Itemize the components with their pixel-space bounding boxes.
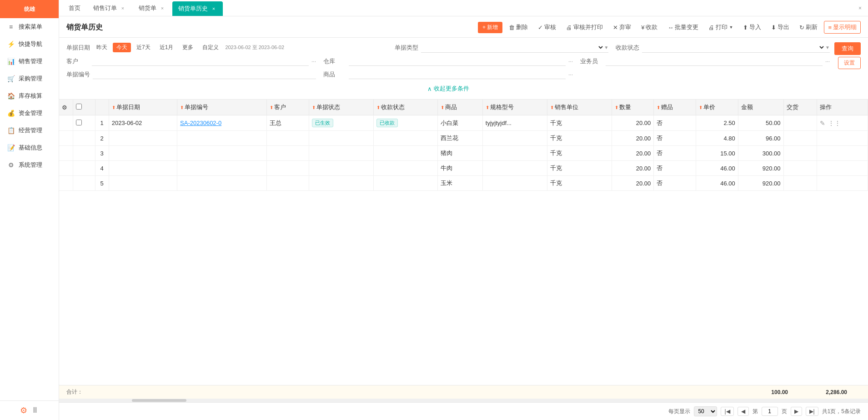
salesperson-input[interactable] bbox=[606, 56, 823, 66]
tab-sales-order-close[interactable]: × bbox=[120, 5, 126, 11]
tab-sales-delivery-close[interactable]: × bbox=[159, 5, 166, 11]
tab-sales-history-close[interactable]: × bbox=[211, 5, 217, 12]
export-button[interactable]: ⬇ 导出 bbox=[768, 21, 793, 33]
col-spec[interactable]: ⬆规格型号 bbox=[482, 100, 547, 115]
col-doc-no[interactable]: ⬆单据编号 bbox=[177, 100, 267, 115]
cell-doc-status bbox=[309, 131, 373, 146]
page-number-input[interactable] bbox=[762, 407, 778, 416]
sidebar-item-basic-info[interactable]: 📝 基础信息 bbox=[0, 139, 59, 156]
collect-button[interactable]: ¥ 收款 bbox=[637, 21, 661, 33]
col-price[interactable]: ⬆单价 bbox=[696, 100, 738, 115]
cell-amount: 300.00 bbox=[738, 146, 783, 161]
sidebar-item-label: 库存核算 bbox=[19, 92, 42, 100]
col-pay-status[interactable]: ⬆收款状态 bbox=[373, 100, 438, 115]
print-button[interactable]: 🖨 打印 ▼ bbox=[705, 21, 737, 33]
tab-sales-order[interactable]: 销售订单 × bbox=[87, 1, 132, 15]
goods-input[interactable] bbox=[349, 70, 566, 79]
page-prev-button[interactable]: ◀ bbox=[738, 407, 749, 416]
tab-sales-history-label: 销货单历史 bbox=[178, 5, 208, 13]
cell-doc-status: 已生效 bbox=[309, 115, 373, 131]
more-action-icon[interactable]: ⋮⋮ bbox=[828, 120, 841, 127]
warehouse-dots[interactable]: ··· bbox=[568, 58, 573, 65]
salesperson-dots[interactable]: ··· bbox=[825, 58, 830, 65]
review-print-button[interactable]: 🖨 审核并打印 bbox=[562, 21, 607, 33]
cell-gift: 否 bbox=[654, 131, 696, 146]
sort-doc-status-icon: ⬆ bbox=[312, 105, 316, 110]
doc-type-select[interactable] bbox=[421, 42, 604, 52]
cell-row-num: 2 bbox=[95, 131, 109, 146]
cell-gear bbox=[59, 161, 73, 176]
page-next-button[interactable]: ▶ bbox=[791, 407, 802, 416]
date-tab-1month[interactable]: 近1月 bbox=[156, 43, 177, 52]
col-doc-date[interactable]: ⬆单据日期 bbox=[109, 100, 177, 115]
col-doc-status[interactable]: ⬆单据状态 bbox=[309, 100, 373, 115]
tab-sales-delivery[interactable]: 销货单 × bbox=[133, 1, 171, 15]
cell-delivery bbox=[783, 146, 817, 161]
col-qty[interactable]: ⬆数量 bbox=[612, 100, 654, 115]
batch-change-button[interactable]: ↔ 批量变更 bbox=[664, 21, 702, 33]
sort-gift-icon: ⬆ bbox=[657, 105, 660, 110]
page-label-pre: 第 bbox=[753, 408, 758, 415]
row-checkbox[interactable] bbox=[76, 120, 82, 125]
scrollbar-thumb[interactable] bbox=[132, 399, 186, 402]
basic-info-icon: 📝 bbox=[7, 144, 15, 152]
sidebar-item-system[interactable]: ⚙ 系统管理 bbox=[0, 156, 59, 174]
sidebar-item-finance[interactable]: 💰 资金管理 bbox=[0, 105, 59, 122]
col-goods[interactable]: ⬆商品 bbox=[438, 100, 482, 115]
horizontal-scrollbar[interactable] bbox=[59, 399, 868, 402]
cell-row-num: 5 bbox=[95, 176, 109, 191]
filter-settings-button[interactable]: 设置 bbox=[838, 57, 861, 69]
sidebar-item-operations[interactable]: 📋 经营管理 bbox=[0, 122, 59, 139]
salesperson-label: 业务员 bbox=[580, 57, 603, 65]
tab-home[interactable]: 首页 bbox=[63, 1, 86, 15]
customer-input[interactable] bbox=[92, 56, 309, 66]
goods-dots[interactable]: ··· bbox=[568, 71, 573, 78]
cell-doc-date: 2023-06-02 bbox=[109, 115, 177, 131]
show-detail-button[interactable]: ≡ 显示明细 bbox=[824, 21, 861, 34]
col-gear[interactable]: ⚙ bbox=[59, 100, 73, 115]
delete-button[interactable]: 🗑 删除 bbox=[505, 21, 532, 33]
sidebar-settings-icon[interactable]: ⚙ bbox=[20, 405, 27, 415]
doc-no-link[interactable]: SA-20230602-0 bbox=[180, 120, 221, 126]
abandon-button[interactable]: ✕ 弃审 bbox=[609, 21, 635, 33]
import-button[interactable]: ⬆ 导入 bbox=[739, 21, 765, 33]
sidebar-collapse-icon[interactable]: ⏸ bbox=[31, 405, 39, 415]
sidebar-item-purchase-mgmt[interactable]: 🛒 采购管理 bbox=[0, 70, 59, 87]
page-last-button[interactable]: ▶| bbox=[806, 407, 818, 416]
select-all-checkbox[interactable] bbox=[76, 104, 82, 110]
doc-no-input[interactable] bbox=[93, 70, 316, 79]
date-tab-today[interactable]: 今天 bbox=[113, 43, 131, 52]
tab-sales-history[interactable]: 销货单历史 × bbox=[172, 1, 223, 16]
table-body: 1 2023-06-02 SA-20230602-0 王总 已生效 已收款 小白… bbox=[59, 115, 868, 191]
date-tab-more[interactable]: 更多 bbox=[179, 43, 197, 52]
cell-goods: 玉米 bbox=[438, 176, 482, 191]
sidebar-item-inventory[interactable]: 🏠 库存核算 bbox=[0, 87, 59, 105]
refresh-button[interactable]: ↻ 刷新 bbox=[796, 21, 821, 33]
date-tab-yesterday[interactable]: 昨天 bbox=[93, 43, 111, 52]
cell-pay-status bbox=[373, 161, 438, 176]
payment-status-select[interactable] bbox=[642, 42, 825, 52]
edit-action-icon[interactable]: ✎ bbox=[820, 120, 825, 127]
sidebar-item-label: 搜索菜单 bbox=[19, 23, 42, 31]
sidebar-item-label: 基础信息 bbox=[19, 144, 42, 152]
page-first-button[interactable]: |◀ bbox=[721, 407, 733, 416]
date-tab-custom[interactable]: 自定义 bbox=[199, 43, 222, 52]
page-size-select[interactable]: 50 100 bbox=[694, 406, 717, 416]
review-button[interactable]: ✓ 审核 bbox=[534, 21, 560, 33]
col-unit[interactable]: ⬆销售单位 bbox=[547, 100, 612, 115]
date-tab-7days[interactable]: 近7天 bbox=[133, 43, 154, 52]
col-customer[interactable]: ⬆客户 bbox=[266, 100, 309, 115]
customer-dots[interactable]: ··· bbox=[311, 58, 316, 65]
new-button[interactable]: + 新增 bbox=[478, 22, 502, 33]
query-button[interactable]: 查询 bbox=[834, 42, 861, 55]
col-gift[interactable]: ⬆赠品 bbox=[654, 100, 696, 115]
sidebar-item-sales-mgmt[interactable]: 📊 销售管理 bbox=[0, 53, 59, 70]
sidebar-item-quick-nav[interactable]: ⚡ 快捷导航 bbox=[0, 35, 59, 53]
cell-checkbox bbox=[73, 176, 95, 191]
close-all-button[interactable]: × bbox=[856, 4, 864, 12]
sidebar-item-search-menu[interactable]: ≡ 搜索菜单 bbox=[0, 18, 59, 35]
tab-sales-order-label: 销售订单 bbox=[93, 4, 117, 12]
cell-pay-status bbox=[373, 131, 438, 146]
warehouse-input[interactable] bbox=[349, 56, 566, 66]
collapse-button[interactable]: ∧ 收起更多条件 bbox=[66, 83, 830, 95]
